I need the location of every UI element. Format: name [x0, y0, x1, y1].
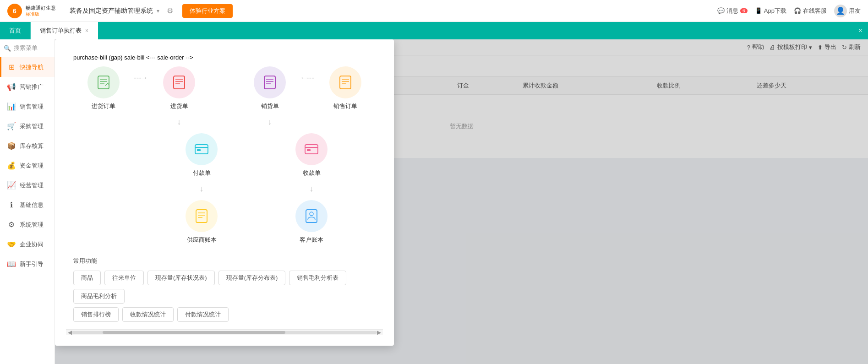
sale-order-icon [329, 66, 361, 98]
arrow-h-1: - - -→ [134, 61, 149, 82]
flow-panel: purchase-bill (gap) sale-bill <--- sale-… [55, 39, 394, 346]
sale-order-label: 销售订单 [333, 102, 357, 110]
sidebar: 🔍 搜索菜单 ⊞ 快捷导航 📢 营销推广 📊 销售管理 🛒 采购管理 📦 库存核… [0, 39, 55, 364]
btn-sales-profit[interactable]: 销售毛利分析表 [289, 271, 346, 285]
header-right: 💬 消息 6 📱 App下载 🎧 在线客服 👤 用友 [717, 5, 861, 17]
flow-row-1: 进货订单 - - -→ 进货单 [73, 61, 376, 128]
tab-sales-order[interactable]: 销售订单执行表 × [31, 22, 98, 39]
flow-diagram-area: purchase-bill (gap) sale-bill <--- sale-… [66, 50, 383, 253]
app-download-btn[interactable]: 📱 App下载 [755, 7, 786, 15]
logo-icon: 6 [7, 4, 22, 18]
sidebar-item-sales[interactable]: 📊 销售管理 [0, 97, 55, 116]
btn-stock-status[interactable]: 现存量(库存状况表) [147, 271, 215, 285]
dashed-arrow-1: - - -→ [134, 74, 147, 82]
svg-rect-19 [305, 145, 318, 154]
node-customer-ledger[interactable]: 客户账本 [295, 195, 328, 250]
cf-buttons-row2: 销售排行榜 收款情况统计 付款情况统计 [73, 307, 376, 322]
close-tab-icon[interactable]: × [85, 27, 88, 34]
payment-icon [186, 133, 218, 165]
svg-rect-0 [98, 76, 109, 89]
sales-icon: 📊 [7, 102, 16, 111]
sale-bill-label: 销货单 [261, 102, 279, 110]
user-area[interactable]: 👤 用友 [834, 5, 861, 17]
node-sale-order[interactable]: 销售订单 [329, 61, 361, 116]
node-payment[interactable]: 付款单 [186, 128, 218, 183]
system-title: 装备及固定资产辅助管理系统 [70, 7, 153, 15]
message-btn[interactable]: 💬 消息 6 [717, 7, 748, 15]
btn-goods-profit[interactable]: 商品毛利分析 [73, 289, 125, 304]
scroll-right-btn[interactable]: ▶ [377, 329, 381, 336]
svg-rect-12 [340, 76, 351, 89]
flow-col-payment: 付款单 ↓ [165, 128, 238, 195]
node-supplier-ledger[interactable]: 供应商账本 [186, 195, 218, 250]
btn-receipt-stats[interactable]: 收款情况统计 [122, 307, 174, 322]
settings-icon[interactable]: ⚙ [167, 6, 173, 15]
svg-rect-26 [306, 210, 317, 223]
sidebar-item-collab[interactable]: 🤝 企业协同 [0, 234, 55, 254]
flow-col-purchase-bill: 进货单 ↓ [149, 61, 209, 128]
flow-col-sale-order: 销售订单 [315, 61, 376, 116]
customer-ledger-icon [295, 200, 328, 232]
guide-icon: 📖 [7, 260, 16, 268]
scrollbar-area: ◀ ▶ [66, 329, 383, 335]
search-menu-btn[interactable]: 🔍 搜索菜单 [4, 44, 51, 52]
system-icon: ⚙ [7, 220, 16, 229]
arrow-v-purchase: ↓ [177, 118, 181, 126]
sidebar-item-inventory[interactable]: 📦 库存核算 [0, 136, 55, 156]
arrow-h-2: ←- - - [300, 61, 315, 82]
purchase-bill-label: 进货单 [170, 102, 188, 110]
svg-rect-21 [307, 149, 311, 151]
main-layout: 🔍 搜索菜单 ⊞ 快捷导航 📢 营销推广 📊 销售管理 🛒 采购管理 📦 库存核… [0, 39, 868, 364]
tab-home[interactable]: 首页 [0, 22, 31, 39]
content-area: ? 帮助 🖨 按模板打印 ▾ ⬆ 导出 ↻ 刷新 📅 ▾ 查询 [55, 39, 868, 364]
node-purchase-bill[interactable]: 进货单 [163, 61, 195, 116]
marketing-icon: 📢 [7, 82, 16, 91]
receipt-label: 收款单 [303, 169, 321, 177]
btn-goods[interactable]: 商品 [73, 271, 101, 285]
trial-btn[interactable]: 体验行业方案 [182, 4, 233, 18]
sidebar-item-purchase[interactable]: 🛒 采购管理 [0, 116, 55, 136]
purchase-order-label: 进货订单 [92, 102, 115, 110]
common-functions-title: 常用功能 [73, 257, 376, 265]
sidebar-item-quick-nav[interactable]: ⊞ 快捷导航 [0, 57, 55, 77]
sidebar-item-operations[interactable]: 📈 经营管理 [0, 175, 55, 195]
sidebar-item-marketing[interactable]: 📢 营销推广 [0, 77, 55, 97]
online-service-btn[interactable]: 🎧 在线客服 [794, 7, 827, 15]
scroll-left-btn[interactable]: ◀ [68, 329, 72, 336]
flow-col-purchase-order: 进货订单 [73, 61, 134, 116]
node-purchase-order[interactable]: 进货订单 [87, 61, 120, 116]
btn-partner[interactable]: 往来单位 [104, 271, 144, 285]
supplier-ledger-icon [186, 200, 218, 232]
common-functions: 常用功能 商品 往来单位 现存量(库存状况表) 现存量(库存分布表) 销售毛利分… [66, 257, 383, 322]
message-badge: 6 [740, 8, 748, 13]
cf-buttons-row1: 商品 往来单位 现存量(库存状况表) 现存量(库存分布表) 销售毛利分析表 商品… [73, 271, 376, 304]
service-icon: 🎧 [794, 7, 801, 14]
dashed-arrow-2: ←- - - [300, 74, 313, 82]
scrollbar-track[interactable] [72, 331, 377, 334]
close-all-tabs-btn[interactable]: × [853, 27, 868, 35]
btn-stock-dist[interactable]: 现存量(库存分布表) [218, 271, 286, 285]
flow-row-3: 供应商账本 客户账本 [73, 195, 376, 250]
btn-payment-stats[interactable]: 付款情况统计 [177, 307, 229, 322]
svg-point-27 [310, 212, 313, 216]
sidebar-item-guide[interactable]: 📖 新手引导 [0, 254, 55, 274]
avatar: 👤 [834, 5, 847, 17]
finance-icon: 💰 [7, 161, 16, 170]
sidebar-search[interactable]: 🔍 搜索菜单 [0, 39, 55, 57]
basic-info-icon: ℹ [7, 201, 16, 209]
svg-rect-8 [264, 76, 275, 89]
btn-sales-ranking[interactable]: 销售排行榜 [73, 307, 119, 322]
system-dropdown-btn[interactable]: ▾ [157, 8, 159, 14]
purchase-order-icon [87, 66, 120, 98]
operations-icon: 📈 [7, 181, 16, 190]
node-receipt[interactable]: 收款单 [295, 128, 328, 183]
payment-label: 付款单 [193, 169, 211, 177]
logo-area: 6 畅康通好生意 标准版 [7, 4, 62, 18]
node-sale-bill[interactable]: 销货单 [254, 61, 286, 116]
sidebar-item-basic-info[interactable]: ℹ 基础信息 [0, 195, 55, 215]
svg-rect-4 [174, 76, 185, 89]
svg-rect-16 [195, 145, 208, 154]
sidebar-item-finance[interactable]: 💰 资金管理 [0, 156, 55, 175]
sidebar-item-system[interactable]: ⚙ 系统管理 [0, 215, 55, 234]
top-header: 6 畅康通好生意 标准版 装备及固定资产辅助管理系统 ▾ ⚙ 体验行业方案 💬 … [0, 0, 868, 22]
